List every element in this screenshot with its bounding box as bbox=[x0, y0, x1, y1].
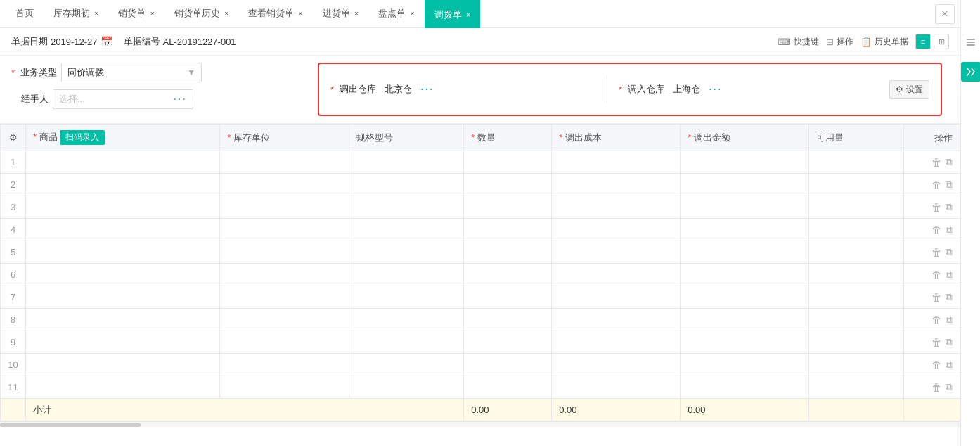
tab-purchase-order[interactable]: 进货单 × bbox=[313, 0, 368, 28]
date-label: 单据日期 bbox=[11, 35, 48, 48]
business-type-select[interactable]: 同价调拨 ▼ bbox=[61, 63, 202, 82]
delete-icon[interactable]: 🗑 bbox=[931, 359, 941, 371]
date-field: 单据日期 2019-12-27 📅 bbox=[11, 35, 112, 48]
row-product[interactable] bbox=[26, 151, 220, 174]
tab-stocktake-close[interactable]: × bbox=[410, 9, 414, 18]
tab-purchase-order-close[interactable]: × bbox=[354, 9, 359, 18]
sidebar-expand-icon[interactable] bbox=[961, 62, 981, 82]
svg-rect-2 bbox=[967, 44, 975, 46]
delete-icon[interactable]: 🗑 bbox=[931, 314, 941, 326]
row-qty[interactable] bbox=[464, 174, 552, 196]
tab-view-sales[interactable]: 查看销货单 × bbox=[238, 0, 312, 28]
delete-icon[interactable]: 🗑 bbox=[931, 382, 941, 393]
row-actions: 🗑⧉ bbox=[904, 309, 960, 331]
delete-icon[interactable]: 🗑 bbox=[931, 157, 941, 168]
tab-transfer[interactable]: 调拨单 × bbox=[425, 0, 480, 28]
table-row: 8 🗑⧉ bbox=[1, 309, 960, 331]
row-actions: 🗑 ⧉ bbox=[904, 151, 960, 174]
tab-home[interactable]: 首页 bbox=[6, 0, 44, 28]
settings-button[interactable]: ⚙ 设置 bbox=[889, 80, 929, 99]
handler-select[interactable]: 选择... ··· bbox=[53, 89, 193, 109]
tab-view-sales-close[interactable]: × bbox=[298, 9, 302, 18]
table-row: 10 🗑⧉ bbox=[1, 354, 960, 376]
row-spec[interactable] bbox=[349, 151, 464, 174]
copy-icon[interactable]: ⧉ bbox=[946, 224, 953, 236]
business-type-star: * bbox=[11, 68, 15, 78]
th-unit: * 库存单位 bbox=[220, 125, 349, 151]
delete-icon[interactable]: 🗑 bbox=[931, 224, 941, 236]
copy-icon[interactable]: ⧉ bbox=[946, 201, 953, 213]
subtotal-amount: 0.00 bbox=[681, 399, 809, 421]
list-view-icon: ≡ bbox=[921, 37, 925, 46]
calendar-icon[interactable]: 📅 bbox=[101, 36, 112, 47]
copy-icon[interactable]: ⧉ bbox=[946, 156, 953, 168]
business-type-field: * 业务类型 同价调拨 ▼ bbox=[11, 63, 307, 82]
view-toggle-grid[interactable]: ⊞ bbox=[934, 34, 949, 49]
tab-sales-history-close[interactable]: × bbox=[224, 9, 228, 18]
copy-icon[interactable]: ⧉ bbox=[946, 291, 953, 303]
target-warehouse-value: 上海仓 bbox=[673, 83, 700, 96]
row-qty[interactable] bbox=[464, 151, 552, 174]
delete-icon[interactable]: 🗑 bbox=[931, 269, 941, 281]
source-warehouse-dots[interactable]: ··· bbox=[420, 83, 434, 96]
settings-gear-icon: ⚙ bbox=[896, 84, 903, 94]
row-spec[interactable] bbox=[349, 174, 464, 196]
copy-icon[interactable]: ⧉ bbox=[946, 246, 953, 258]
row-actions: 🗑⧉ bbox=[904, 331, 960, 354]
settings-label: 设置 bbox=[906, 84, 923, 96]
copy-icon[interactable]: ⧉ bbox=[946, 269, 953, 281]
tab-transfer-close[interactable]: × bbox=[466, 11, 470, 19]
scan-button[interactable]: 扫码录入 bbox=[60, 130, 105, 145]
tab-stocktake[interactable]: 盘点单 × bbox=[368, 0, 424, 28]
delete-icon[interactable]: 🗑 bbox=[931, 292, 941, 303]
toolbar-right: ⌨ 快捷键 ⊞ 操作 📋 历史单据 ≡ ⊞ bbox=[778, 34, 949, 49]
tab-sales-order-close[interactable]: × bbox=[150, 9, 154, 18]
th-transfer-amount: * 调出金额 bbox=[681, 125, 809, 151]
copy-icon[interactable]: ⧉ bbox=[946, 314, 953, 326]
th-cost-star: * bbox=[559, 132, 562, 143]
row-unit[interactable] bbox=[220, 151, 349, 174]
target-warehouse-label: 调入仓库 bbox=[628, 83, 664, 96]
operations-button[interactable]: ⊞ 操作 bbox=[826, 36, 853, 48]
row-actions: 🗑⧉ bbox=[904, 241, 960, 264]
history-docs-button[interactable]: 📋 历史单据 bbox=[860, 36, 908, 48]
toolbar-left: 单据日期 2019-12-27 📅 单据编号 AL-20191227-001 bbox=[11, 35, 766, 48]
delete-icon[interactable]: 🗑 bbox=[931, 202, 941, 213]
copy-icon[interactable]: ⧉ bbox=[946, 336, 953, 348]
copy-icon[interactable]: ⧉ bbox=[946, 381, 953, 393]
row-unit[interactable] bbox=[220, 174, 349, 196]
tab-inventory-init[interactable]: 库存期初 × bbox=[44, 0, 108, 28]
row-actions: 🗑⧉ bbox=[904, 196, 960, 219]
toolbar: 单据日期 2019-12-27 📅 单据编号 AL-20191227-001 ⌨… bbox=[0, 28, 960, 56]
table-row: 5 🗑⧉ bbox=[1, 241, 960, 264]
row-cost[interactable] bbox=[552, 151, 681, 174]
subtotal-label: 小计 bbox=[26, 399, 464, 421]
row-cost[interactable] bbox=[552, 174, 681, 196]
target-warehouse-dots[interactable]: ··· bbox=[709, 83, 722, 96]
doc-no-label: 单据编号 bbox=[124, 35, 160, 48]
sidebar-list-icon[interactable] bbox=[962, 34, 979, 51]
tab-sales-order[interactable]: 销货单 × bbox=[108, 0, 164, 28]
view-toggle-list[interactable]: ≡ bbox=[915, 34, 931, 49]
handler-label: 经手人 bbox=[21, 93, 49, 106]
date-value[interactable]: 2019-12-27 bbox=[51, 37, 98, 47]
subtotal-row: 小计 0.00 0.00 0.00 bbox=[1, 399, 960, 421]
window-close-button[interactable]: × bbox=[935, 4, 955, 24]
handler-dots[interactable]: ··· bbox=[174, 93, 187, 106]
transfer-table: ⚙ * 商品 扫码录入 * 库存单位 规格型号 * 数量 bbox=[0, 124, 960, 421]
shortcuts-button[interactable]: ⌨ 快捷键 bbox=[778, 36, 819, 48]
th-gear[interactable]: ⚙ bbox=[1, 125, 26, 151]
warehouse-box: * 调出仓库 北京仓 ··· * 调入仓库 上海仓 ··· ⚙ 设置 bbox=[318, 63, 942, 116]
tab-sales-history[interactable]: 销货单历史 × bbox=[165, 0, 238, 28]
tab-inventory-init-close[interactable]: × bbox=[94, 9, 98, 18]
th-transfer-cost: * 调出成本 bbox=[552, 125, 681, 151]
copy-icon[interactable]: ⧉ bbox=[946, 179, 953, 191]
source-warehouse-star: * bbox=[330, 84, 334, 95]
delete-icon[interactable]: 🗑 bbox=[931, 247, 941, 258]
row-amount[interactable] bbox=[681, 174, 809, 196]
row-product[interactable] bbox=[26, 174, 220, 196]
copy-icon[interactable]: ⧉ bbox=[946, 359, 953, 371]
delete-icon[interactable]: 🗑 bbox=[931, 179, 941, 191]
row-amount[interactable] bbox=[681, 151, 809, 174]
delete-icon[interactable]: 🗑 bbox=[931, 337, 941, 348]
